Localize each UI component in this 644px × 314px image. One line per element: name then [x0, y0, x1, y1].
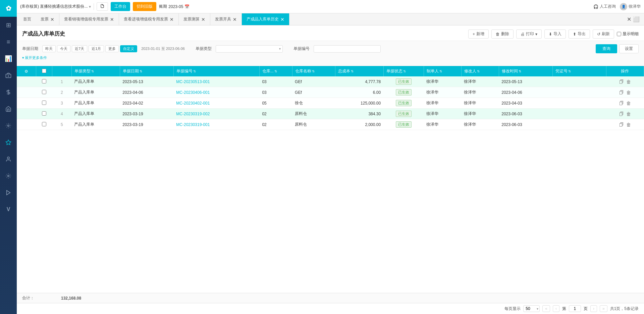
quick-7days[interactable]: 近7天: [72, 45, 87, 52]
quick-yesterday[interactable]: 昨天: [42, 45, 56, 52]
row-no-link-2[interactable]: MC-20230402-001: [176, 101, 210, 106]
row-edit-icon-4[interactable]: 🗍: [619, 122, 624, 127]
next-page-btn[interactable]: ›: [590, 305, 597, 312]
filter-setting-btn[interactable]: 设置: [619, 44, 639, 53]
tab-history-close[interactable]: ✕: [280, 17, 284, 22]
tab-home[interactable]: 首页: [18, 13, 36, 25]
row-edit-icon-3[interactable]: 🗍: [619, 111, 624, 117]
sidebar-item-process[interactable]: [0, 117, 17, 134]
workspace-btn[interactable]: 工作台: [111, 2, 130, 11]
last-page-btn[interactable]: »: [600, 305, 607, 312]
tab-calc[interactable]: 发票测算 ✕: [179, 13, 210, 25]
row-check-2[interactable]: [36, 98, 52, 109]
row-delete-icon-2[interactable]: 🗑: [626, 101, 631, 106]
sidebar-item-v[interactable]: V: [0, 201, 17, 218]
quick-more[interactable]: 更多: [105, 45, 119, 52]
show-details-checkbox[interactable]: [617, 32, 621, 36]
type-select[interactable]: 产品入库单: [216, 45, 283, 53]
tab-vat-input-close[interactable]: ✕: [170, 17, 174, 22]
quick-1month[interactable]: 近1月: [89, 45, 104, 52]
user-btn[interactable]: 👤 徐泽华: [620, 3, 641, 10]
first-page-btn[interactable]: «: [542, 305, 550, 312]
gear-col-header[interactable]: ⚙: [17, 66, 36, 76]
cost-col-header[interactable]: 总成本⇅: [335, 66, 383, 76]
sidebar-item-home[interactable]: ⊞: [0, 17, 17, 34]
voucher-col-header[interactable]: 凭证号⇅: [552, 66, 606, 76]
tab-calc-close[interactable]: ✕: [201, 17, 205, 22]
row-no-3[interactable]: MC-20230319-002: [173, 109, 259, 119]
sidebar-item-finance[interactable]: [0, 84, 17, 101]
row-delete-icon-3[interactable]: 🗑: [626, 111, 631, 117]
status-col-header[interactable]: 单据状态⇅: [383, 66, 424, 76]
tab-invoice-close[interactable]: ✕: [50, 17, 54, 22]
export-btn[interactable]: ⬆ 导出: [569, 29, 590, 39]
quick-today[interactable]: 今天: [57, 45, 70, 52]
row-no-link-3[interactable]: MC-20230319-002: [176, 112, 210, 116]
modifier-col-header[interactable]: 修改人⇅: [461, 66, 499, 76]
prev-page-btn[interactable]: ‹: [553, 305, 559, 312]
delete-btn[interactable]: 🗑 删除: [491, 29, 514, 39]
quick-date-btns: 昨天 今天 近7天 近1月 更多 自定义: [42, 45, 137, 52]
date-col-header[interactable]: 单据日期⇅: [120, 66, 173, 76]
check-col-header[interactable]: [36, 66, 52, 76]
select-all-checkbox[interactable]: [42, 69, 46, 73]
page-input[interactable]: [569, 305, 581, 312]
sidebar-item-person[interactable]: [0, 151, 17, 168]
row-no-link-4[interactable]: MC-20230319-001: [176, 122, 210, 127]
tab-issue[interactable]: 发票开具 ✕: [210, 13, 242, 25]
new-btn[interactable]: + 新增: [468, 29, 489, 39]
sidebar-item-doc[interactable]: ≡: [0, 34, 17, 50]
row-edit-icon-1[interactable]: 🗍: [619, 90, 624, 95]
warehouse-col-header[interactable]: 仓库...⇅: [259, 66, 292, 76]
type-col-header[interactable]: 单据类型⇅: [71, 66, 120, 76]
warehouse-name-col-header[interactable]: 仓库名称⇅: [292, 66, 335, 76]
tab-vat-input[interactable]: 查看进项增值税专用发票 ✕: [119, 13, 179, 25]
per-page-select[interactable]: 50 10 20 100: [523, 305, 540, 312]
row-no-link-1[interactable]: MC-20230406-001: [176, 90, 210, 95]
sidebar-item-chart[interactable]: 📊: [0, 50, 17, 67]
quick-custom[interactable]: 自定义: [120, 45, 137, 52]
no-input[interactable]: [314, 45, 381, 53]
import-btn[interactable]: ⬇ 导入: [544, 29, 566, 39]
expand-btn[interactable]: ▾ 展开更多条件: [22, 55, 47, 60]
query-btn[interactable]: 查询: [596, 44, 617, 53]
row-check-1[interactable]: [36, 87, 52, 98]
company-selector[interactable]: (库存核算) 直播轻挑通信息技术股份... ▾: [20, 4, 91, 9]
maximize-btn[interactable]: ⬜: [633, 16, 640, 22]
mod-time-col-header[interactable]: 修改时间⇅: [499, 66, 552, 76]
row-no-0[interactable]: MC-20230513-001: [173, 76, 259, 87]
refresh-btn[interactable]: ↺ 刷新: [593, 29, 614, 39]
tab-history[interactable]: 产成品入库单历史 ✕: [242, 13, 289, 25]
sidebar-item-settings[interactable]: [0, 168, 17, 184]
row-edit-icon-2[interactable]: 🗍: [619, 101, 624, 106]
row-check-3[interactable]: [36, 109, 52, 119]
row-delete-icon-1[interactable]: 🗑: [626, 90, 631, 95]
row-edit-icon-0[interactable]: 🗍: [619, 79, 624, 84]
sidebar-item-play[interactable]: [0, 184, 17, 201]
period-calendar-icon[interactable]: 📅: [184, 4, 190, 9]
switch-btn[interactable]: 切到旧版: [133, 2, 156, 11]
row-delete-icon-0[interactable]: 🗑: [626, 79, 631, 84]
tab-issue-close[interactable]: ✕: [233, 17, 237, 22]
close-all-tabs-btn[interactable]: ✕: [627, 16, 631, 22]
sidebar-item-active[interactable]: [0, 134, 17, 151]
sidebar-item-org[interactable]: [0, 101, 17, 117]
no-col-header[interactable]: 单据编号⇅: [173, 66, 259, 76]
creator-col-header[interactable]: 制单人⇅: [424, 66, 461, 76]
row-no-link-0[interactable]: MC-20230513-001: [176, 79, 210, 84]
doc-btn[interactable]: [97, 2, 108, 11]
show-details-label[interactable]: 显示明细: [617, 31, 639, 37]
tab-vat-sales[interactable]: 查看销项增值税专用发票 ✕: [59, 13, 119, 25]
tab-invoice[interactable]: 发票 ✕: [36, 13, 59, 25]
row-no-4[interactable]: MC-20230319-001: [173, 119, 259, 130]
tab-vat-sales-close[interactable]: ✕: [110, 17, 114, 22]
ai-consult-btn[interactable]: 🎧 人工咨询: [593, 4, 616, 9]
print-btn[interactable]: 🖨 打印 ▾: [516, 29, 542, 39]
row-no-1[interactable]: MC-20230406-001: [173, 87, 259, 98]
row-check-0[interactable]: [36, 76, 52, 87]
sidebar-item-inventory[interactable]: [0, 67, 17, 84]
tab-invoice-label: 发票: [41, 16, 49, 22]
row-check-4[interactable]: [36, 119, 52, 130]
row-delete-icon-4[interactable]: 🗑: [626, 122, 631, 127]
row-no-2[interactable]: MC-20230402-001: [173, 98, 259, 109]
